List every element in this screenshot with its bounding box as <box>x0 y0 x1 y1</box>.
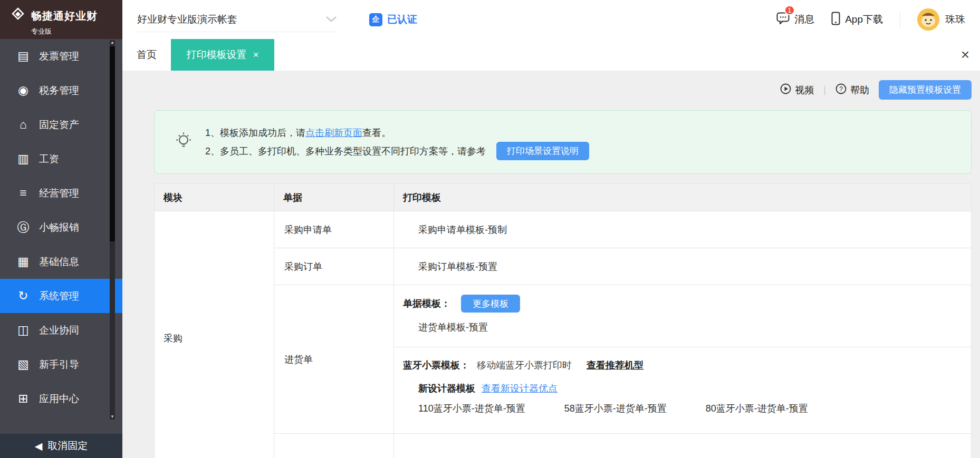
sidebar-item-invoice[interactable]: ▤ 发票管理 <box>0 39 122 73</box>
template-cell: 采购申请单模板-预制 <box>394 211 972 248</box>
table-row: 采购订单 采购订单模板-预置 <box>155 248 972 285</box>
print-scene-settings-button[interactable]: 打印场景设置说明 <box>496 142 589 160</box>
play-circle-icon <box>780 83 791 97</box>
building-icon: ⌂ <box>16 118 31 132</box>
sidebar-item-salary[interactable]: ▥ 工资 <box>0 142 122 176</box>
video-button[interactable]: 视频 <box>780 83 814 97</box>
messages-button[interactable]: 1 消息 <box>776 12 814 27</box>
account-selector[interactable]: 好业财专业版演示帐套 <box>137 7 338 32</box>
sidebar-item-fixed-assets[interactable]: ⌂ 固定资产 <box>0 108 122 142</box>
tab-close-icon[interactable]: × <box>253 49 258 61</box>
template-cell <box>394 434 972 458</box>
tab-print-template-settings[interactable]: 打印模板设置 × <box>171 39 274 71</box>
new-designer-label: 新设计器模板 <box>418 382 475 395</box>
sidebar-menu: ▤ 发票管理 ◉ 税务管理 ⌂ 固定资产 ▥ 工资 ≡ 经营管理 Ⓖ 小畅报销 <box>0 39 122 434</box>
sidebar-item-label: 小畅报销 <box>39 221 79 235</box>
tab-home[interactable]: 首页 <box>122 39 171 71</box>
verified-badge: 企 已认证 <box>369 13 417 26</box>
scroll-up-icon[interactable]: ▲ <box>110 40 115 45</box>
sidebar-item-tax[interactable]: ◉ 税务管理 <box>0 73 122 108</box>
sidebar-item-guide[interactable]: ▧ 新手引导 <box>0 347 122 382</box>
brand-logo-icon <box>9 6 26 25</box>
table-row: 采购 采购申请单 采购申请单模板-预制 <box>155 211 972 248</box>
help-button[interactable]: ? 帮助 <box>835 83 869 97</box>
header-document: 单据 <box>274 184 394 211</box>
header-module: 模块 <box>155 184 274 211</box>
doc-cell-inbound: 进货单 <box>274 285 394 434</box>
inbound-template-section: 单据模板： 更多模板 进货单模板-预置 <box>394 285 972 347</box>
avatar <box>917 8 939 31</box>
sidebar-item-collab[interactable]: ◫ 企业协同 <box>0 313 122 347</box>
brand-logo-area: 畅捷通好业财 专业版 <box>0 0 122 39</box>
notice-line1-text: 1、模板添加成功后，请 <box>205 124 305 142</box>
close-all-tabs-icon[interactable]: × <box>961 47 969 62</box>
notice-line1-suffix: 查看。 <box>362 124 391 142</box>
brand-subtitle: 专业版 <box>31 27 122 36</box>
sidebar: ▤ 发票管理 ◉ 税务管理 ⌂ 固定资产 ▥ 工资 ≡ 经营管理 Ⓖ 小畅报销 <box>0 39 122 458</box>
module-cell-purchase: 采购 <box>155 211 274 458</box>
recommended-models-link[interactable]: 查看推荐机型 <box>587 359 643 372</box>
template-cell: 采购订单模板-预置 <box>394 248 972 285</box>
unpin-icon: ◀ <box>35 440 43 452</box>
brand-title: 畅捷通好业财 <box>31 9 98 23</box>
notice-line2-text: 2、多员工、多打印机、多种业务类型设置不同打印方案等，请参考 <box>205 142 486 160</box>
sidebar-item-reimburse[interactable]: Ⓖ 小畅报销 <box>0 210 122 245</box>
table-row <box>155 434 972 458</box>
toolbar-separator: | <box>823 84 826 95</box>
bluetooth-template-list: 110蓝牙小票-进货单-预置 58蓝牙小票-进货单-预置 80蓝牙小票-进货单-… <box>394 395 971 415</box>
app-window: 畅捷通好业财 专业版 ▤ 发票管理 ◉ 税务管理 ⌂ 固定资产 ▥ 工资 ≡ <box>0 0 980 458</box>
reimburse-icon: Ⓖ <box>16 219 31 236</box>
sidebar-item-label: 基础信息 <box>39 255 79 269</box>
username: 珠珠 <box>945 13 965 26</box>
refresh-page-link[interactable]: 点击刷新页面 <box>305 124 362 142</box>
tab-active-label: 打印模板设置 <box>186 48 246 62</box>
app-center-icon: ⊞ <box>16 392 31 406</box>
sidebar-scrollbar[interactable]: ▲ ▼ <box>110 40 115 420</box>
bluetooth-template-item: 110蓝牙小票-进货单-预置 <box>418 402 525 415</box>
lightbulb-icon <box>176 132 191 152</box>
topbar: 好业财专业版演示帐套 企 已认证 1 消息 <box>122 0 980 39</box>
collab-icon: ◫ <box>16 323 31 337</box>
sidebar-item-label: 固定资产 <box>39 118 79 132</box>
sidebar-item-label: 新手引导 <box>39 358 79 372</box>
bluetooth-template-label: 蓝牙小票模板： <box>403 359 469 372</box>
video-label: 视频 <box>795 84 814 96</box>
clipboard-icon: ≡ <box>16 186 31 200</box>
app-download-button[interactable]: App下载 <box>831 12 883 28</box>
sidebar-item-label: 企业协同 <box>39 324 79 337</box>
hide-preset-templates-button[interactable]: 隐藏预置模板设置 <box>879 80 972 100</box>
sidebar-item-system[interactable]: ↻ 系统管理 <box>0 279 122 313</box>
sidebar-item-label: 系统管理 <box>39 289 79 303</box>
basic-info-icon: ▦ <box>16 255 31 269</box>
tax-icon: ◉ <box>16 83 31 98</box>
bluetooth-template-section: 蓝牙小票模板： 移动端蓝牙小票打印时 查看推荐机型 新设计器模板 查看新设计器优… <box>394 347 972 434</box>
sidebar-item-label: 经营管理 <box>39 187 79 200</box>
salary-icon: ▥ <box>16 152 31 166</box>
help-label: 帮助 <box>850 84 869 96</box>
sidebar-item-label: 工资 <box>39 152 59 166</box>
new-designer-advantages-link[interactable]: 查看新设计器优点 <box>482 382 558 395</box>
verified-icon: 企 <box>369 13 382 26</box>
main-content: 视频 | ? 帮助 隐藏预置模板设置 1、模板添加成功后，请 点击刷新页面 查看… <box>122 71 980 458</box>
sidebar-item-basic-info[interactable]: ▦ 基础信息 <box>0 245 122 279</box>
doc-cell: 采购订单 <box>274 248 394 285</box>
table-header-row: 模块 单据 打印模板 <box>155 184 972 211</box>
guide-icon: ▧ <box>16 357 31 372</box>
messages-label: 消息 <box>794 13 814 26</box>
notice-box: 1、模板添加成功后，请 点击刷新页面 查看。 2、多员工、多打印机、多种业务类型… <box>154 110 972 174</box>
sidebar-item-operations[interactable]: ≡ 经营管理 <box>0 176 122 210</box>
scrollbar-thumb[interactable] <box>110 46 115 241</box>
svg-text:?: ? <box>839 85 843 92</box>
tab-home-label: 首页 <box>137 48 157 62</box>
sidebar-item-app-center[interactable]: ⊞ 应用中心 <box>0 382 122 416</box>
scroll-down-icon[interactable]: ▼ <box>110 414 115 420</box>
question-circle-icon: ? <box>835 83 847 97</box>
unpin-label: 取消固定 <box>47 439 88 453</box>
topbar-divider <box>900 12 900 27</box>
user-menu[interactable]: 珠珠 <box>917 8 965 31</box>
sidebar-unpin-button[interactable]: ◀ 取消固定 <box>0 434 122 458</box>
sidebar-item-label: 应用中心 <box>39 392 79 406</box>
doc-cell: 采购申请单 <box>274 211 394 248</box>
more-templates-button[interactable]: 更多模板 <box>461 295 520 313</box>
system-icon: ↻ <box>16 289 31 303</box>
